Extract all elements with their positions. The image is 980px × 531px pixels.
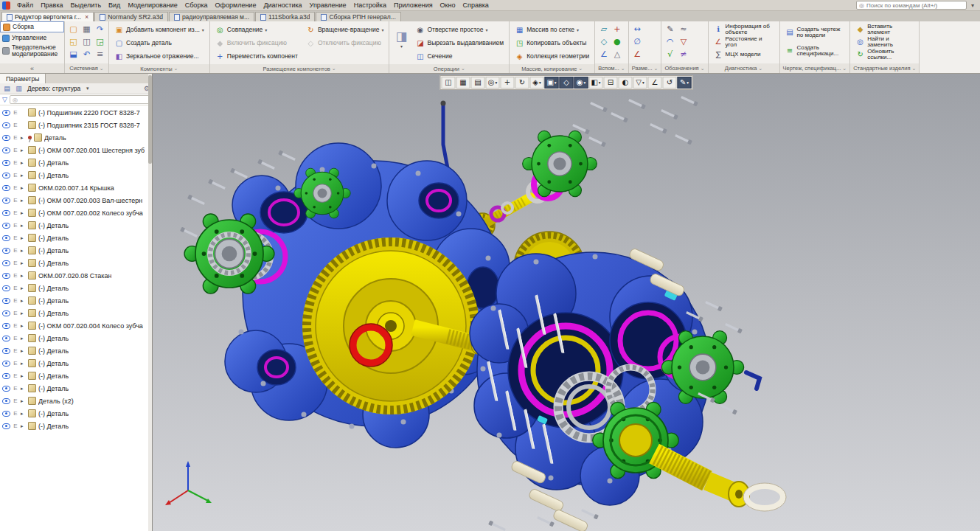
create-part-button[interactable]: ▢Создать деталь [111, 36, 207, 49]
expand-arrow-icon[interactable]: ▸ [21, 235, 26, 241]
ribbon-mode-3[interactable]: Твердотельное моделирование [0, 44, 64, 58]
visibility-eye-icon[interactable] [2, 210, 10, 216]
visibility-eye-icon[interactable] [2, 423, 10, 429]
geometry-collection-button[interactable]: ◈Коллекция геометрии [512, 49, 592, 63]
visibility-eye-icon[interactable] [2, 361, 10, 367]
marking-icon[interactable]: ≠ [677, 48, 689, 60]
tree-row[interactable]: Е▸(-) ОКМ 007.020.003 Вал-шестерн [0, 194, 152, 206]
visibility-eye-icon[interactable] [2, 198, 10, 204]
menu-Оформление[interactable]: Оформление [212, 1, 260, 10]
tree-search[interactable]: ◎ [10, 95, 150, 104]
tree-row[interactable]: Е▸(-) Деталь [0, 382, 152, 395]
menu-Приложения[interactable]: Приложения [390, 1, 437, 10]
visibility-eye-icon[interactable] [2, 185, 10, 191]
group-label[interactable]: Операции⌄ [389, 64, 509, 73]
expand-arrow-icon[interactable]: ▸ [21, 173, 26, 178]
tree-row[interactable]: Е▸(-) ОКМ 007.020.004 Колесо зубча [0, 319, 152, 332]
visibility-eye-icon[interactable] [2, 310, 10, 316]
mate-rotation-button[interactable]: ↻Вращение-вращение▾ [303, 23, 387, 36]
tree-row[interactable]: Е▸(-) Деталь [0, 294, 152, 307]
filters-button[interactable]: ▽▾ [633, 77, 647, 88]
recent-commands-icon[interactable]: ≡ [94, 48, 106, 60]
tree-row[interactable]: Е▸Деталь [0, 131, 152, 144]
menu-Вид[interactable]: Вид [105, 1, 124, 10]
visibility-eye-icon[interactable] [2, 110, 10, 116]
visibility-eye-icon[interactable] [2, 223, 10, 229]
interface-options-icon[interactable]: ▾ [967, 2, 978, 9]
expand-arrow-icon[interactable]: ▸ [21, 185, 26, 191]
blue-pin-part[interactable] [441, 101, 448, 169]
filter-funnel-icon[interactable]: ▽ [2, 96, 7, 103]
doc-tab[interactable]: Normandy SR2.a3d [94, 12, 168, 21]
note-icon[interactable]: ✎ [664, 23, 676, 35]
menu-Сборка[interactable]: Сборка [181, 1, 212, 10]
visibility-eye-icon[interactable] [2, 411, 10, 417]
menu-Диагностика[interactable]: Диагностика [260, 1, 305, 10]
add-component-button[interactable]: ▣Добавить компонент из...▾ [111, 23, 207, 36]
create-drawing-button[interactable]: ▤Создать чертеж по модели [782, 23, 847, 41]
group-label[interactable]: Компоненты⌄ [109, 64, 209, 73]
measure-button[interactable]: ∠ [648, 77, 662, 88]
viewport-3d[interactable]: ◫▦▤◎▾+↻◈▾▣▾◇◉▾◧▾⊟◐▽▾∠↺✎▾ [153, 74, 980, 531]
tolerance-icon[interactable]: ≈ [677, 23, 689, 35]
expand-arrow-icon[interactable]: ▸ [21, 411, 26, 417]
tree-scrollbar[interactable] [148, 74, 152, 531]
tree-row[interactable]: Е▸(-) Деталь [0, 307, 152, 319]
expand-arrow-icon[interactable]: ▸ [21, 273, 26, 279]
display-mode-button[interactable]: ▣▾ [545, 77, 559, 88]
menu-Выделить[interactable]: Выделить [67, 1, 105, 10]
tree-row[interactable]: Е▸(-) ОКМ 007.020.002 Колесо зубча [0, 206, 152, 219]
chevron-down-icon[interactable]: ▾ [83, 84, 92, 93]
roughness-icon[interactable]: √ [664, 48, 676, 60]
visibility-eye-icon[interactable] [2, 323, 10, 329]
visibility-eye-icon[interactable] [2, 386, 10, 392]
group-label[interactable]: Системная⌄ [65, 63, 108, 73]
rotate-view-button[interactable]: ↻ [515, 77, 529, 88]
visibility-eye-icon[interactable] [2, 148, 10, 153]
object-info-button[interactable]: ℹИнформация об объекте [711, 23, 777, 35]
visibility-eye-icon[interactable] [2, 160, 10, 166]
doc-tab[interactable]: Сборка РПН генерал... [316, 12, 400, 21]
expand-arrow-icon[interactable]: ▸ [21, 423, 26, 429]
tab-parameters[interactable]: Параметры [0, 74, 46, 83]
tree-row[interactable]: Е▸(-) Деталь [0, 369, 152, 382]
group-label[interactable]: Чертеж, спецификац...⌄ [780, 63, 850, 73]
create-specification-button[interactable]: ≡Создать спецификаци... [782, 41, 847, 60]
section-operation-button[interactable]: ◫Сечение [412, 49, 507, 63]
visibility-eye-icon[interactable] [2, 122, 10, 128]
diameter-dimension-icon[interactable]: ∅ [631, 35, 644, 47]
datum-angle-icon[interactable]: ∠ [597, 48, 610, 60]
mass-properties-button[interactable]: ∑МЦХ модели [711, 48, 777, 60]
assembly-3d-view[interactable] [153, 74, 980, 531]
expand-arrow-icon[interactable]: ▸ [21, 386, 26, 392]
doc-tab[interactable]: Редуктор вертолета г...× [1, 12, 94, 21]
panels-toggle-button[interactable]: ◫ [442, 77, 456, 88]
input-shaft-assembly[interactable] [470, 131, 597, 238]
base-designation-icon[interactable]: ▽ [677, 35, 689, 47]
grid-pattern-button[interactable]: ▦Массив по сетке▾ [512, 23, 592, 36]
wireframe-button[interactable]: ◇ [560, 77, 574, 88]
command-search-input[interactable] [866, 2, 964, 9]
expand-arrow-icon[interactable]: ▸ [21, 310, 26, 316]
tree-header-title[interactable]: Дерево: структура [27, 85, 80, 92]
tree-row[interactable]: Е▸(-) Деталь [0, 219, 152, 232]
visibility-eye-icon[interactable] [2, 398, 10, 404]
group-label[interactable]: Массив, копирование⌄ [510, 64, 594, 73]
tree-row[interactable]: Е▸(-) ОКМ 007.020.001 Шестерня зуб [0, 144, 152, 156]
tree-row[interactable]: Е▸(-) Деталь [0, 282, 152, 294]
tree-row[interactable]: Е▸(-) Деталь [0, 156, 152, 169]
tree-row[interactable]: Е▸Деталь (x2) [0, 395, 152, 407]
rebuild-button[interactable]: ↺ [663, 77, 677, 88]
print-preview-icon[interactable]: ◫ [80, 35, 93, 47]
expand-arrow-icon[interactable]: ▸ [21, 336, 26, 341]
expand-arrow-icon[interactable]: ▸ [21, 148, 26, 153]
visibility-eye-icon[interactable] [2, 173, 10, 178]
visibility-eye-icon[interactable] [2, 235, 10, 241]
appearance-button[interactable]: ◐ [619, 77, 633, 88]
copy-style-icon[interactable]: ◲ [94, 35, 106, 47]
control-point-icon[interactable]: ● [611, 35, 623, 47]
distance-angle-button[interactable]: ∠Расстояние и угол [711, 35, 777, 48]
scene-tree-button[interactable]: ▤ [471, 77, 485, 88]
group-label[interactable]: Размещение компонентов⌄ [210, 64, 389, 73]
visibility-eye-icon[interactable] [2, 260, 10, 266]
